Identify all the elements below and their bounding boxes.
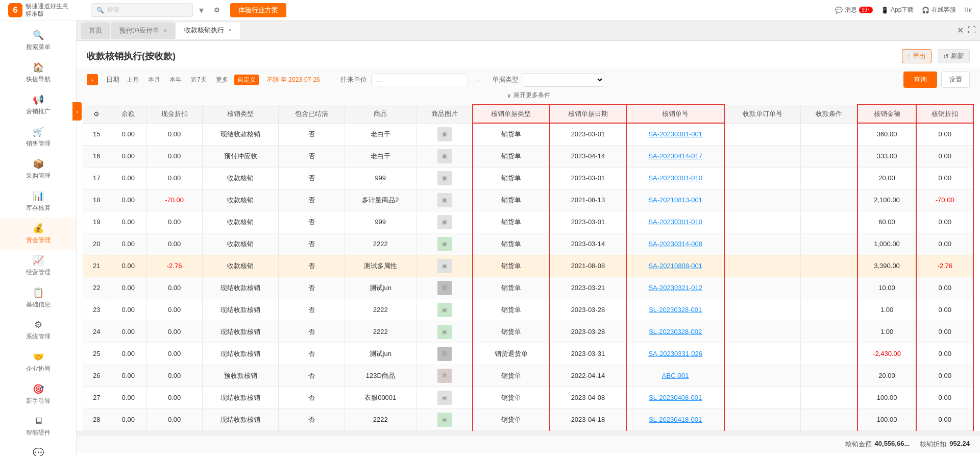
td-writeoff-voucher-type: 销货单 [473, 167, 550, 189]
td-writeoff-no[interactable]: SL-20230408-001 [626, 387, 724, 409]
date-opt-last-month[interactable]: 上月 [124, 75, 142, 85]
td-receipt-condition [801, 167, 857, 189]
td-goods-img: 🖼 [416, 277, 473, 299]
tab-预付冲应付单[interactable]: 预付冲应付单 × [111, 22, 175, 39]
table-row: 19 0.00 0.00 收款核销 否 999 ▣ 销货单 2023-03-01… [83, 211, 974, 233]
app-download-btn[interactable]: 📱 App下载 [881, 6, 914, 14]
horizontal-scrollbar[interactable] [77, 431, 980, 435]
sidebar-item-系统管理[interactable]: ⚙系统管理 [0, 314, 76, 346]
td-writeoff-no[interactable]: SA-20230321-012 [626, 277, 724, 299]
sidebar-item-销售管理[interactable]: 🛒销售管理 [0, 121, 76, 153]
table-row: 25 0.00 0.00 现结收款核销 否 测试jun 🖼 销货退货单 2023… [83, 343, 974, 365]
voucher-type-select[interactable] [523, 73, 604, 87]
sidebar-label: 智能硬件 [26, 428, 51, 437]
messages-btn[interactable]: 💬 消息 99+ [835, 6, 873, 14]
td-receipt-condition [801, 343, 857, 365]
td-writeoff-discount: 0.00 [916, 145, 973, 167]
date-opt-this-year[interactable]: 本年 [166, 75, 185, 85]
td-include-settled: 否 [279, 321, 345, 343]
td-writeoff-no[interactable]: SL-20230418-001 [626, 409, 724, 430]
sidebar-item-企业协同[interactable]: 🤝企业协同 [0, 346, 76, 378]
expand-more-btn[interactable]: ∨ 展开更多条件 [507, 91, 550, 100]
td-goods: 2222 [345, 233, 416, 255]
tab-bar: 首页预付冲应付单 ×收款核销执行 × ✕ ⛶ [77, 20, 980, 41]
td-writeoff-no[interactable]: SA-20230331-026 [626, 343, 724, 365]
date-opt-7days[interactable]: 近7天 [188, 75, 210, 85]
sidebar-icon: 📦 [33, 158, 44, 170]
partner-input[interactable] [371, 74, 468, 86]
td-writeoff-amount: 1.00 [857, 321, 917, 343]
td-writeoff-no[interactable]: SA-20230301-001 [626, 123, 724, 145]
filter-date-item: 日期 上月 本月 本年 近7天 更多 自定义 [106, 75, 259, 85]
sidebar-item-企业微信[interactable]: 💬企业微信 [0, 442, 76, 456]
th-receipt-order-no: 收款单订单号 [724, 105, 801, 123]
sidebar-item-搜索菜单[interactable]: 🔍搜索菜单 [0, 25, 76, 57]
online-service-btn[interactable]: 🎧 在线客服 [922, 6, 956, 14]
sidebar-item-经营管理[interactable]: 📈经营管理 [0, 250, 76, 282]
sidebar-icon: 💬 [33, 447, 44, 456]
page-header: 收款核销执行(按收款) ↑ 导出 ↺ 刷新 [77, 41, 980, 67]
date-range-display: 不限 至 2023-07-26 [267, 76, 320, 84]
maximize-icon[interactable]: ⛶ [968, 26, 976, 35]
sidebar-icon: 🤝 [33, 351, 44, 363]
td-writeoff-no[interactable]: SA-20230301-010 [626, 167, 724, 189]
sidebar-item-基础信息[interactable]: 📋基础信息 [0, 282, 76, 314]
th-receipt-condition: 收款条件 [801, 105, 857, 123]
td-writeoff-no[interactable]: SA-20210808-001 [626, 255, 724, 277]
top-actions: 💬 消息 99+ 📱 App下载 🎧 在线客服 Rit [835, 6, 972, 14]
top-search-box[interactable]: 🔍 搜索 [91, 3, 193, 17]
sidebar-item-资金管理[interactable]: 💰资金管理 [0, 218, 76, 250]
td-writeoff-no[interactable]: SA-20230414-017 [626, 145, 724, 167]
dropdown-arrow-icon[interactable]: ▾ [199, 5, 204, 16]
sidebar-item-采购管理[interactable]: 📦采购管理 [0, 153, 76, 185]
date-opt-this-month[interactable]: 本月 [145, 75, 163, 85]
close-tab-icon[interactable]: ✕ [957, 26, 964, 35]
export-btn[interactable]: ↑ 导出 [902, 49, 932, 63]
td-receipt-condition [801, 321, 857, 343]
td-writeoff-no[interactable]: SA-20210813-001 [626, 189, 724, 211]
sidebar-item-新手引导[interactable]: 🎯新手引导 [0, 378, 76, 411]
td-writeoff-voucher-type: 销货单 [473, 277, 550, 299]
sidebar-icon: 📋 [33, 287, 44, 298]
table-row: 18 0.00 -70.00 收款核销 否 多计量商品2 ▣ 销货单 2021-… [83, 189, 974, 211]
sidebar-toggle-btn[interactable]: › [72, 102, 82, 121]
filter-toggle-btn[interactable]: › [87, 74, 98, 85]
td-writeoff-discount: 0.00 [916, 277, 973, 299]
goods-img: ▣ [437, 259, 452, 273]
user-name-display[interactable]: Rit [964, 7, 972, 14]
table-settings-btn[interactable]: 设置 [941, 71, 970, 88]
filter-sep-1: ··· [476, 75, 484, 85]
tab-收款核销执行[interactable]: 收款核销执行 × [176, 22, 240, 39]
export-icon: ↑ [908, 53, 911, 60]
td-balance: 0.00 [110, 365, 146, 387]
date-opt-custom[interactable]: 自定义 [234, 75, 259, 85]
td-write-off-type: 现结收款核销 [203, 321, 279, 343]
settings-topbar-icon[interactable]: ⚙ [210, 3, 224, 17]
sidebar-item-智能硬件[interactable]: 🖥智能硬件 [0, 411, 76, 442]
goods-img: ▣ [437, 215, 452, 229]
trial-btn[interactable]: 体验行业方案 [230, 3, 286, 17]
date-opt-more[interactable]: 更多 [213, 75, 231, 85]
tab-close-btn[interactable]: × [228, 27, 232, 34]
td-writeoff-no[interactable]: SA-20230301-010 [626, 211, 724, 233]
td-writeoff-no[interactable]: SL-20230328-002 [626, 321, 724, 343]
refresh-btn[interactable]: ↺ 刷新 [938, 49, 970, 63]
tab-label: 预付冲应付单 [119, 26, 159, 35]
td-writeoff-date: 2023-03-14 [550, 233, 627, 255]
td-balance: 0.00 [110, 255, 146, 277]
goods-img: ▣ [437, 171, 452, 185]
td-receipt-order-no [724, 145, 801, 167]
footer-writeoff-amount: 核销金额 40,556,66... [845, 440, 910, 449]
td-writeoff-no[interactable]: ABC-001 [626, 365, 724, 387]
tab-首页[interactable]: 首页 [81, 22, 110, 39]
sidebar-item-营销推广[interactable]: 📢营销推广 [0, 89, 76, 121]
sidebar-item-库存核算[interactable]: 📊库存核算 [0, 185, 76, 218]
td-writeoff-amount: 1.00 [857, 299, 917, 321]
td-writeoff-no[interactable]: SL-20230328-001 [626, 299, 724, 321]
query-btn[interactable]: 查询 [903, 71, 937, 88]
sidebar-item-快捷导航[interactable]: 🏠快捷导航 [0, 57, 76, 89]
td-writeoff-no[interactable]: SA-20230314-008 [626, 233, 724, 255]
td-writeoff-date: 2023-03-28 [550, 299, 627, 321]
td-include-settled: 否 [279, 233, 345, 255]
tab-close-btn[interactable]: × [163, 27, 167, 34]
